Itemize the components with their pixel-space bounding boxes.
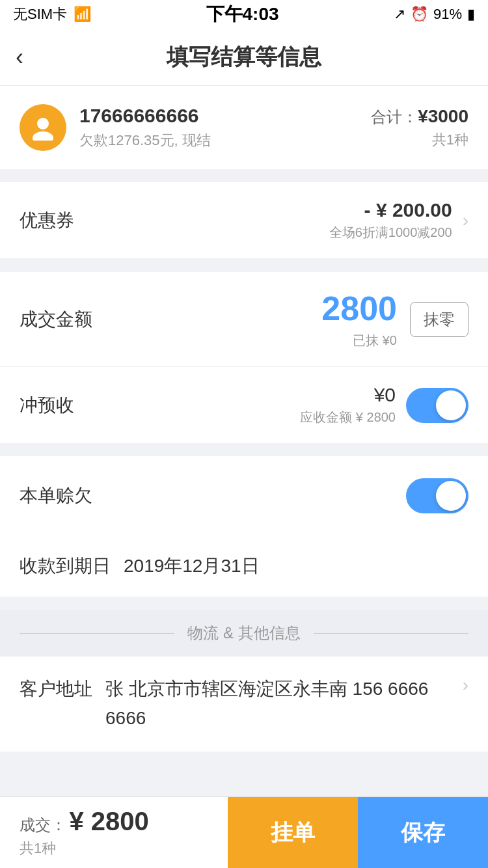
deal-amount-right: 2800 已抹 ¥0 抹零	[321, 289, 468, 349]
due-date-label: 收款到期日	[20, 554, 111, 578]
deal-amount-info: 2800 已抹 ¥0	[321, 289, 397, 349]
pre-receipt-row: 冲预收 ¥0 应收金额 ¥ 2800	[0, 367, 488, 443]
bottom-deal-count: 共1种	[20, 839, 208, 858]
debt-label: 本单赊欠	[20, 483, 92, 508]
customer-phone: 17666666666	[79, 105, 211, 127]
header-line-right	[314, 633, 468, 634]
due-date-row: 收款到期日 2019年12月31日	[0, 536, 488, 597]
page-title: 填写结算等信息	[167, 42, 321, 72]
main-content: 17666666666 欠款1276.35元, 现结 合计：¥3000 共1种 …	[0, 86, 488, 868]
coupon-info: - ¥ 200.00 全场6折满1000减200	[329, 199, 452, 241]
avatar	[20, 104, 66, 151]
pre-receipt-sub-amount: 应收金额 ¥ 2800	[300, 409, 396, 426]
divider-3	[0, 443, 488, 456]
deal-amount-value: 2800	[321, 289, 397, 328]
svg-point-0	[37, 118, 49, 129]
coupon-desc: 全场6折满1000减200	[329, 224, 452, 241]
divider-1	[0, 169, 488, 182]
logistics-header-text: 物流 & 其他信息	[187, 623, 300, 644]
deal-amount-row: 成交金额 2800 已抹 ¥0 抹零	[0, 272, 488, 367]
address-chevron-icon: ›	[463, 675, 468, 696]
bottom-deal-label: 成交：	[20, 816, 66, 834]
save-button[interactable]: 保存	[358, 797, 488, 869]
status-time: 下午4:03	[206, 2, 279, 27]
pre-receipt-amount: ¥0 应收金额 ¥ 2800	[300, 384, 396, 426]
bottom-deal-info: 成交： ¥ 2800 共1种	[0, 807, 228, 858]
logistics-section-header: 物流 & 其他信息	[0, 610, 488, 657]
bottom-bar: 成交： ¥ 2800 共1种 挂单 保存	[0, 796, 488, 868]
status-bar: 无SIM卡 📶 下午4:03 ↗ ⏰ 91% ▮	[0, 0, 488, 29]
deal-amount-label: 成交金额	[20, 307, 92, 332]
address-value: 张 北京市市辖区海淀区永丰南 156 6666 6666	[105, 675, 463, 733]
alarm-icon: ⏰	[411, 6, 428, 23]
debt-row: 本单赊欠	[0, 456, 488, 536]
deal-amount-sub: 已抹 ¥0	[321, 332, 397, 349]
customer-card: 17666666666 欠款1276.35元, 现结 合计：¥3000 共1种	[0, 86, 488, 169]
back-button[interactable]: ‹	[16, 44, 23, 71]
pre-receipt-main-amount: ¥0	[300, 384, 396, 406]
total-label: 合计：¥3000	[371, 106, 468, 128]
wifi-icon: 📶	[74, 6, 91, 23]
header-line-left	[20, 633, 174, 634]
total-count: 共1种	[371, 130, 468, 150]
coupon-label: 优惠券	[20, 208, 74, 233]
pre-receipt-toggle[interactable]	[406, 388, 468, 423]
carrier-text: 无SIM卡	[13, 5, 67, 24]
bottom-deal-label-row: 成交： ¥ 2800	[20, 807, 208, 836]
hang-order-button[interactable]: 挂单	[228, 797, 358, 869]
customer-left: 17666666666 欠款1276.35元, 现结	[20, 104, 211, 151]
divider-4	[0, 597, 488, 610]
customer-info: 17666666666 欠款1276.35元, 现结	[79, 105, 211, 150]
status-right: ↗ ⏰ 91% ▮	[394, 6, 475, 23]
customer-total: 合计：¥3000 共1种	[371, 106, 468, 150]
pre-receipt-label: 冲预收	[20, 393, 74, 418]
divider-2	[0, 259, 488, 272]
status-left: 无SIM卡 📶	[13, 5, 91, 24]
location-icon: ↗	[394, 6, 405, 23]
customer-debt-info: 欠款1276.35元, 现结	[79, 131, 211, 150]
address-row[interactable]: 客户地址 张 北京市市辖区海淀区永丰南 156 6666 6666 ›	[0, 657, 488, 752]
nav-bar: ‹ 填写结算等信息	[0, 29, 488, 86]
address-label: 客户地址	[20, 675, 92, 704]
coupon-row[interactable]: 优惠券 - ¥ 200.00 全场6折满1000减200 ›	[0, 182, 488, 259]
pre-receipt-right: ¥0 应收金额 ¥ 2800	[300, 384, 468, 426]
battery-text: 91%	[433, 6, 462, 23]
coupon-amount: - ¥ 200.00	[329, 199, 452, 221]
chevron-right-icon: ›	[463, 210, 468, 231]
battery-icon: ▮	[467, 6, 475, 23]
coupon-right: - ¥ 200.00 全场6折满1000减200 ›	[329, 199, 468, 241]
bottom-deal-amount: ¥ 2800	[69, 807, 148, 835]
due-date-value: 2019年12月31日	[124, 554, 260, 578]
round-zero-button[interactable]: 抹零	[410, 302, 468, 337]
svg-point-1	[33, 131, 53, 141]
debt-toggle[interactable]	[406, 478, 468, 513]
deal-section: 成交金额 2800 已抹 ¥0 抹零 冲预收 ¥0 应收金额 ¥ 2800	[0, 272, 488, 443]
